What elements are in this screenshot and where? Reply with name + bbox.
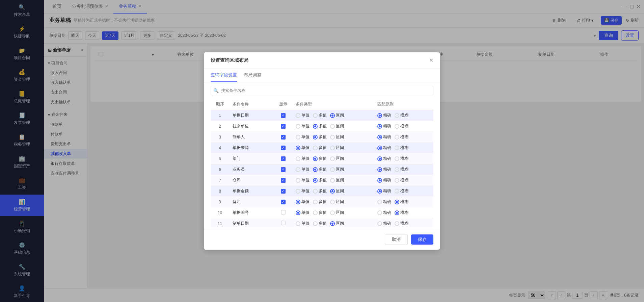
radio-match-match_fuzzy[interactable]: 模糊 [395,112,408,118]
radio-type-type_single[interactable]: 单值 [296,145,310,151]
radio-option[interactable] [313,113,318,118]
radio-option[interactable] [330,124,335,129]
modal-tab-field-settings[interactable]: 查询字段设置 [211,69,237,82]
radio-option[interactable] [296,135,300,140]
radio-type-type_single[interactable]: 单值 [296,210,310,216]
radio-type-type_single[interactable]: 单值 [296,188,310,194]
table-row-show[interactable] [274,186,292,197]
radio-match-match_fuzzy[interactable]: 模糊 [395,199,408,205]
radio-match-match_fuzzy[interactable]: 模糊 [395,167,408,172]
radio-option[interactable] [313,210,318,215]
radio-type-type_multi[interactable]: 多值 [313,199,327,205]
radio-option[interactable] [313,124,318,129]
radio-match-match_fuzzy[interactable]: 模糊 [395,221,408,226]
radio-option[interactable] [330,178,335,183]
radio-option[interactable] [313,178,318,183]
radio-type-type_multi[interactable]: 多值 [313,112,327,118]
radio-type-type_multi[interactable]: 多值 [313,210,327,216]
radio-option[interactable] [377,178,382,183]
radio-type-type_multi[interactable]: 多值 [313,188,327,194]
modal-close-button[interactable]: ✕ [429,57,433,64]
radio-type-type_multi[interactable]: 多值 [313,134,327,140]
radio-option[interactable] [377,156,382,161]
radio-type-type_multi[interactable]: 多值 [313,123,327,129]
radio-option[interactable] [296,113,300,118]
radio-option[interactable] [395,135,399,140]
radio-option[interactable] [313,156,318,161]
radio-type-type_single[interactable]: 单值 [296,177,310,183]
show-checkbox[interactable] [281,113,286,118]
radio-option[interactable] [395,113,399,118]
radio-option[interactable] [377,210,382,215]
table-row-show[interactable] [274,197,292,207]
radio-type-type_single[interactable]: 单值 [296,199,310,205]
radio-option[interactable] [296,124,300,129]
radio-option[interactable] [296,156,300,161]
table-row-show[interactable] [274,218,292,229]
radio-type-type_range[interactable]: 区间 [330,167,344,172]
radio-type-type_range[interactable]: 区间 [330,112,344,118]
radio-match-match_fuzzy[interactable]: 模糊 [395,123,408,129]
radio-option[interactable] [330,167,335,172]
radio-type-type_range[interactable]: 区间 [330,156,344,161]
radio-match-match_exact[interactable]: 精确 [377,156,391,161]
radio-option[interactable] [377,124,382,129]
radio-match-match_exact[interactable]: 精确 [377,123,391,129]
show-checkbox[interactable] [281,221,286,225]
radio-type-type_multi[interactable]: 多值 [313,221,327,226]
radio-option[interactable] [330,135,335,140]
show-checkbox[interactable] [281,124,286,129]
show-checkbox[interactable] [281,156,286,161]
radio-match-match_exact[interactable]: 精确 [377,112,391,118]
radio-option[interactable] [296,189,300,194]
modal-cancel-button[interactable]: 取消 [385,234,408,245]
radio-type-type_range[interactable]: 区间 [330,221,344,226]
radio-type-type_single[interactable]: 单值 [296,112,310,118]
radio-match-match_fuzzy[interactable]: 模糊 [395,156,408,161]
radio-option[interactable] [395,124,399,129]
radio-type-type_multi[interactable]: 多值 [313,145,327,151]
table-row-show[interactable] [274,121,292,132]
radio-match-match_exact[interactable]: 精确 [377,134,391,140]
show-checkbox[interactable] [281,210,286,215]
radio-option[interactable] [330,210,335,215]
radio-option[interactable] [377,113,382,118]
show-checkbox[interactable] [281,189,286,194]
radio-match-match_exact[interactable]: 精确 [377,145,391,151]
radio-option[interactable] [330,113,335,118]
radio-option[interactable] [296,146,300,150]
radio-option[interactable] [330,189,335,194]
show-checkbox[interactable] [281,146,286,150]
radio-option[interactable] [377,167,382,172]
modal-tab-layout[interactable]: 布局调整 [244,69,261,82]
radio-match-match_fuzzy[interactable]: 模糊 [395,210,408,216]
table-row-show[interactable] [274,132,292,143]
radio-option[interactable] [296,210,300,215]
radio-match-match_fuzzy[interactable]: 模糊 [395,145,408,151]
radio-type-type_single[interactable]: 单值 [296,123,310,129]
table-row-show[interactable] [274,143,292,153]
modal-search-input[interactable] [211,86,433,95]
table-row-show[interactable] [274,110,292,121]
radio-option[interactable] [330,156,335,161]
radio-option[interactable] [377,146,382,150]
radio-type-type_range[interactable]: 区间 [330,210,344,216]
radio-match-match_fuzzy[interactable]: 模糊 [395,188,408,194]
table-row-show[interactable] [274,175,292,186]
radio-type-type_range[interactable]: 区间 [330,123,344,129]
table-row-show[interactable] [274,207,292,218]
table-row-show[interactable] [274,164,292,175]
show-checkbox[interactable] [281,135,286,140]
radio-option[interactable] [313,167,318,172]
radio-type-type_range[interactable]: 区间 [330,188,344,194]
radio-type-type_multi[interactable]: 多值 [313,177,327,183]
radio-option[interactable] [313,146,318,150]
radio-type-type_single[interactable]: 单值 [296,134,310,140]
radio-option[interactable] [313,189,318,194]
radio-option[interactable] [395,156,399,161]
radio-option[interactable] [296,200,300,204]
radio-type-type_range[interactable]: 区间 [330,199,344,205]
radio-type-type_multi[interactable]: 多值 [313,156,327,161]
modal-save-button[interactable]: 保存 [411,234,433,245]
radio-match-match_exact[interactable]: 精确 [377,177,391,183]
